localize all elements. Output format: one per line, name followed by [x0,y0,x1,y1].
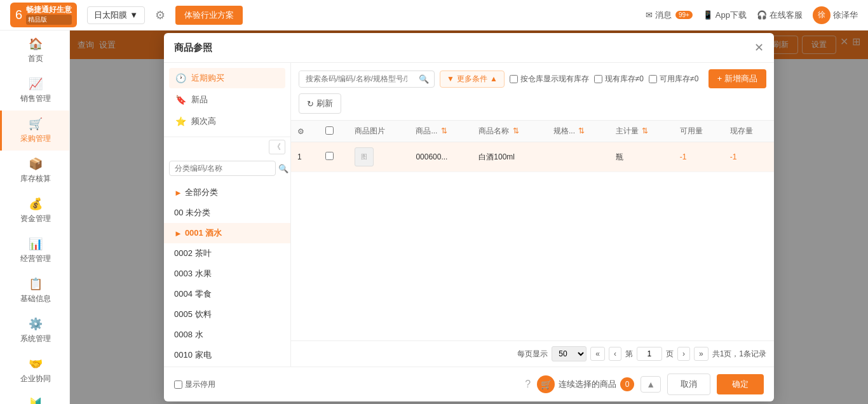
basic-icon: 📋 [29,277,43,291]
warehouse-filter[interactable]: 按仓库显示现有库存 [510,74,589,84]
stock-checkbox[interactable] [594,75,602,83]
sidebar-item-guide[interactable]: 🔰 新手引导 [0,391,69,404]
col-unit-label: 主计量 [616,126,639,135]
table-settings-icon[interactable]: ⚙ [297,127,304,136]
trial-button[interactable]: 体验行业方案 [175,6,243,25]
sidebar-item-operations[interactable]: 📊 经营管理 [0,231,69,271]
category-0004[interactable]: 0004 零食 [164,284,290,304]
collapse-button[interactable]: 《 [269,140,285,154]
filter-arrow: ▲ [490,74,498,83]
confirm-button[interactable]: 确定 [717,374,764,394]
home-icon: 🏠 [29,37,43,51]
prev-page-button[interactable]: ‹ [609,347,621,361]
col-code-label: 商品... [416,126,437,135]
category-name-0005: 0005 饮料 [174,309,212,320]
store-selector[interactable]: 日太阳膜 ▼ [87,6,145,24]
sidebar-label-sales: 销售管理 [20,93,51,104]
page-number-input[interactable] [637,347,662,361]
first-page-button[interactable]: « [590,347,605,361]
store-name: 日太阳膜 [94,10,127,21]
cell-name: 白酒100ml [472,142,547,172]
guide-icon: 🔰 [29,397,43,404]
tab-recent-purchase[interactable]: 🕐 近期购买 [169,68,285,88]
stock-filter[interactable]: 现有库存≠0 [594,74,644,84]
cell-checkbox[interactable] [319,142,349,172]
sidebar-item-collab[interactable]: 🤝 企业协同 [0,351,69,391]
tab-frequent[interactable]: ⭐ 频次高 [169,111,285,131]
sidebar-item-purchase[interactable]: 🛒 采购管理 [0,111,69,151]
sidebar-item-home[interactable]: 🏠 首页 [0,30,69,71]
category-00[interactable]: 00 未分类 [164,203,290,223]
show-disabled-checkbox[interactable] [174,380,182,389]
nav-service[interactable]: 🎧 在线客服 [757,10,803,21]
modal-title: 商品参照 [174,42,212,54]
category-name-0004: 0004 零食 [174,288,212,300]
table-row[interactable]: 1 图 000600... 白酒100ml [291,142,774,172]
top-nav: 6 畅捷通好生意 精品版 日太阳膜 ▼ ⚙ 体验行业方案 ✉ 消息 99+ 📱 … [0,0,868,30]
sidebar-item-inventory[interactable]: 📦 库存核算 [0,151,69,191]
warehouse-checkbox[interactable] [510,75,518,83]
page-size-select[interactable]: 10 20 50 100 [552,346,587,361]
category-all[interactable]: ► 全部分类 [164,182,290,203]
category-0010[interactable]: 0010 家电 [164,345,290,361]
logo-text: 畅捷通好生意 [26,5,72,14]
more-filter-button[interactable]: ▼ 更多条件 ▲ [440,71,505,88]
modal-header: 商品参照 ✕ [164,33,774,63]
category-0005[interactable]: 0005 饮料 [164,304,290,325]
cancel-button[interactable]: 取消 [667,374,710,395]
cart-icon[interactable]: 🛒 [537,375,555,393]
sidebar-item-basic[interactable]: 📋 基础信息 [0,271,69,311]
show-disabled-option[interactable]: 显示停用 [174,379,215,390]
sidebar-label-operations: 经营管理 [20,253,51,264]
available-checkbox[interactable] [649,75,657,83]
logo-badge: 精品版 [26,15,72,25]
toolbar: 🔍 ▼ 更多条件 ▲ 按仓库显示现有库存 [291,63,774,121]
col-spec[interactable]: 规格... ⇅ [547,121,609,142]
col-available: 可用量 [674,121,724,142]
purchase-icon: 🛒 [29,117,43,131]
refresh-button[interactable]: ↻ 刷新 [299,93,341,114]
category-0008[interactable]: 0008 水 [164,325,290,345]
col-name[interactable]: 商品名称 ⇅ [472,121,547,142]
help-icon[interactable]: ? [525,379,531,390]
settings-button[interactable]: ⚙ [150,5,170,25]
col-stock-label: 现存量 [730,126,753,135]
sidebar-label-basic: 基础信息 [20,293,51,304]
category-search-icon[interactable]: 🔍 [278,164,288,173]
modal-close-button[interactable]: ✕ [754,41,764,55]
next-page-button[interactable]: › [677,347,690,361]
category-0003[interactable]: 0003 水果 [164,264,290,284]
content-area: 查询 设置 查询 刷新 设置 ✕ ⊞ 商品参照 ✕ [70,30,868,404]
cart-label: 连续选择的商品 [559,379,616,390]
sidebar-item-system[interactable]: ⚙️ 系统管理 [0,311,69,351]
user-menu[interactable]: 徐 徐泽华 [813,6,858,24]
sidebar-label-inventory: 库存核算 [20,173,51,184]
filter-label: 更多条件 [457,74,487,84]
page-suffix: 页 [666,349,674,360]
page-size-label: 每页显示 [517,349,548,360]
col-spec-label: 规格... [553,126,575,135]
nav-message[interactable]: ✉ 消息 99+ [646,10,693,21]
select-all-checkbox[interactable] [325,126,334,135]
sidebar-item-sales[interactable]: 📈 销售管理 [0,71,69,111]
row-checkbox[interactable] [325,152,334,160]
left-panel: 🕐 近期购买 🔖 新品 ⭐ 频次高 [164,63,291,367]
category-search-input[interactable] [169,161,276,176]
sidebar-item-finance[interactable]: 💰 资金管理 [0,191,69,231]
col-code[interactable]: 商品... ⇅ [409,121,472,142]
nav-app-download[interactable]: 📱 App下载 [703,10,747,21]
tab-new-product[interactable]: 🔖 新品 [169,90,285,110]
add-product-button[interactable]: + 新增商品 [709,69,766,88]
available-filter[interactable]: 可用库存≠0 [649,74,698,84]
main-layout: 🏠 首页 📈 销售管理 🛒 采购管理 📦 库存核算 💰 资金管理 📊 经营管理 … [0,30,868,404]
col-unit[interactable]: 主计量 ⇅ [609,121,674,142]
search-icon[interactable]: 🔍 [414,71,434,87]
search-input[interactable] [299,71,414,86]
category-0002[interactable]: 0002 茶叶 [164,243,290,264]
category-0001[interactable]: ► 0001 酒水 [164,223,290,243]
collapse-footer-button[interactable]: ▲ [641,376,661,393]
last-page-button[interactable]: » [694,347,709,361]
page-label: 第 [625,349,633,360]
filter-icon: ▼ [447,74,454,83]
col-name-label: 商品名称 [478,126,509,135]
